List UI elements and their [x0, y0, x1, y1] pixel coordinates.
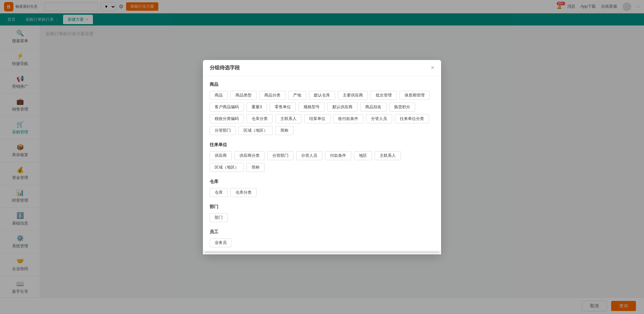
section-title-4: 员工 [210, 229, 434, 235]
modal-close-button[interactable]: × [431, 65, 434, 71]
field-tag-1-2[interactable]: 分管部门 [267, 151, 293, 160]
section-title-3: 部门 [210, 204, 434, 210]
field-tag-2-1[interactable]: 仓库分类 [230, 188, 257, 197]
field-section-3: 部门部门 [210, 204, 434, 222]
section-title-2: 仓库 [210, 179, 434, 185]
modal-body: 商品商品商品类型商品分类产地默认仓库主要供应商批次管理保质期管理客户商品编码重量… [203, 76, 441, 250]
field-tags-0: 商品商品类型商品分类产地默认仓库主要供应商批次管理保质期管理客户商品编码重量3零… [210, 91, 434, 135]
modal-hscroll[interactable] [203, 250, 441, 254]
field-tag-0-15[interactable]: 税收分类编码 [210, 114, 244, 123]
field-tag-4-0[interactable]: 业务员 [210, 238, 232, 247]
field-tag-0-11[interactable]: 规格型号 [299, 103, 325, 112]
field-tag-0-5[interactable]: 主要供应商 [338, 91, 368, 100]
field-tag-0-13[interactable]: 商品别名 [360, 103, 386, 112]
field-tag-0-1[interactable]: 商品类型 [230, 91, 257, 100]
field-section-4: 员工业务员 [210, 229, 434, 247]
field-tag-1-0[interactable]: 供应商 [210, 151, 232, 160]
field-tag-1-7[interactable]: 区域（地区） [210, 163, 244, 172]
hscroll-track [204, 251, 440, 253]
field-tags-2: 仓库仓库分类 [210, 188, 434, 197]
field-tag-0-12[interactable]: 默认供应商 [327, 103, 358, 112]
field-tag-0-8[interactable]: 客户商品编码 [210, 103, 244, 112]
modal: 分组待选字段 × 商品商品商品类型商品分类产地默认仓库主要供应商批次管理保质期管… [203, 60, 441, 254]
field-tag-1-4[interactable]: 付款条件 [325, 151, 351, 160]
section-title-1: 往来单位 [210, 142, 434, 148]
field-tags-3: 部门 [210, 213, 434, 222]
field-tag-0-22[interactable]: 分管部门 [210, 126, 236, 135]
field-tag-3-0[interactable]: 部门 [210, 213, 228, 222]
field-tag-0-21[interactable]: 往来单位分类 [395, 114, 429, 123]
field-tag-0-3[interactable]: 产地 [288, 91, 306, 100]
field-tag-0-6[interactable]: 批次管理 [371, 91, 397, 100]
field-tag-0-4[interactable]: 默认仓库 [309, 91, 335, 100]
field-tag-0-14[interactable]: 炼货积分 [389, 103, 415, 112]
field-tag-1-3[interactable]: 分管人员 [296, 151, 322, 160]
field-section-2: 仓库仓库仓库分类 [210, 179, 434, 197]
modal-title: 分组待选字段 [210, 65, 240, 71]
field-tag-0-17[interactable]: 主联系人 [275, 114, 302, 123]
field-tag-1-1[interactable]: 供应商分类 [234, 151, 265, 160]
field-section-1: 往来单位供应商供应商分类分管部门分管人员付款条件地区主联系人区域（地区）简称 [210, 142, 434, 172]
field-tag-1-6[interactable]: 主联系人 [375, 151, 401, 160]
field-tag-0-9[interactable]: 重量3 [247, 103, 267, 112]
field-tag-0-2[interactable]: 商品分类 [259, 91, 285, 100]
modal-overlay: 分组待选字段 × 商品商品商品类型商品分类产地默认仓库主要供应商批次管理保质期管… [0, 0, 644, 314]
field-tag-0-23[interactable]: 区域（地区） [238, 126, 273, 135]
field-section-0: 商品商品商品类型商品分类产地默认仓库主要供应商批次管理保质期管理客户商品编码重量… [210, 81, 434, 135]
field-tag-0-20[interactable]: 分管人员 [366, 114, 392, 123]
field-tag-0-0[interactable]: 商品 [210, 91, 228, 100]
field-tag-1-8[interactable]: 简称 [247, 163, 265, 172]
field-tag-0-7[interactable]: 保质期管理 [399, 91, 430, 100]
field-tag-0-18[interactable]: 结算单位 [304, 114, 330, 123]
field-tags-4: 业务员 [210, 238, 434, 247]
modal-header: 分组待选字段 × [203, 60, 441, 76]
field-tag-0-24[interactable]: 简称 [275, 126, 293, 135]
field-tag-0-16[interactable]: 仓库分类 [247, 114, 273, 123]
field-tag-0-10[interactable]: 零售单位 [270, 103, 296, 112]
field-tags-1: 供应商供应商分类分管部门分管人员付款条件地区主联系人区域（地区）简称 [210, 151, 434, 172]
field-tag-1-5[interactable]: 地区 [354, 151, 372, 160]
section-title-0: 商品 [210, 81, 434, 87]
field-tag-0-19[interactable]: 收付款条件 [333, 114, 363, 123]
field-tag-2-0[interactable]: 仓库 [210, 188, 228, 197]
